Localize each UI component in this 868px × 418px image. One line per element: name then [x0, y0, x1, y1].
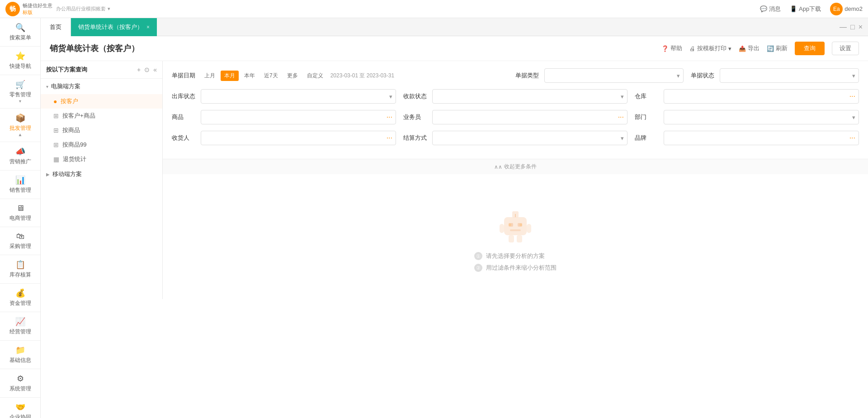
msg-button[interactable]: 💬 消息 [760, 5, 781, 13]
coop-icon: 🤝 [15, 402, 25, 412]
product-input[interactable] [201, 110, 396, 124]
sidebar-item-ecommerce[interactable]: 🖥 电商管理 [0, 199, 40, 227]
salesperson-input[interactable] [432, 110, 627, 124]
tab-active[interactable]: 销货单统计表（按客户） × [71, 18, 157, 36]
warehouse-dots-icon[interactable]: ··· [849, 92, 855, 100]
scheme-collapse-icon[interactable]: « [153, 66, 157, 73]
tab-home[interactable]: 首页 [41, 18, 71, 36]
sidebar-item-basic-info[interactable]: 📁 基础信息 [0, 341, 40, 369]
sidebar-item-sales-mgmt[interactable]: 📊 销售管理 [0, 171, 40, 199]
basic-info-icon: 📁 [15, 345, 25, 355]
sidebar-item-marketing[interactable]: 📣 营销推广 [0, 142, 40, 171]
user-profile[interactable]: Ea demo2 [830, 3, 863, 15]
dept-select[interactable] [664, 110, 859, 124]
sidebar-item-retail-mgmt[interactable]: 🛒 零售管理 ▾ [0, 75, 40, 109]
sidebar-item-inventory[interactable]: 📋 库存核算 [0, 255, 40, 284]
doc-status-select[interactable] [720, 68, 859, 83]
sidebar-item-finance[interactable]: 💰 资金管理 [0, 284, 40, 312]
brand-input[interactable] [664, 131, 859, 145]
settings-button[interactable]: 设置 [832, 42, 859, 55]
salesperson-dots-icon[interactable]: ··· [618, 113, 624, 121]
scheme-item-by-customer-product[interactable]: ⊞ 按客户+商品 [41, 109, 162, 123]
sidebar-item-wholesale-mgmt[interactable]: 📦 批发管理 ▲ [0, 109, 40, 142]
doc-type-select[interactable] [544, 68, 684, 83]
industry-selector[interactable]: 办公用品行业模拟账套 ▾ [56, 5, 110, 12]
scheme-item-refund-stats[interactable]: ▦ 退货统计 [41, 152, 162, 166]
date-tab-this-year[interactable]: 本年 [241, 71, 259, 81]
date-tab-more[interactable]: 更多 [283, 71, 302, 81]
help-button[interactable]: ❓ 帮助 [661, 44, 682, 52]
product-dots-icon[interactable]: ··· [387, 113, 392, 121]
filter-box-doc-status: ▾ [720, 68, 859, 83]
sidebar-label-sales-mgmt: 销售管理 [9, 186, 31, 194]
sidebar-label-marketing: 营销推广 [9, 158, 31, 166]
content-area: 首页 销货单统计表（按客户） × — □ × 销货单统计表（按客户） ❓ [41, 18, 868, 418]
filter-right-panel: 单据日期 上月 本月 本年 近7天 更多 自定义 [163, 61, 868, 299]
scheme-edit-icon[interactable]: ⊙ [144, 66, 150, 73]
inventory-icon: 📋 [15, 260, 25, 270]
scheme-group-pc-header[interactable]: ▾ 电脑端方案 [41, 79, 162, 94]
refresh-button[interactable]: 🔄 刷新 [767, 44, 788, 52]
scheme-item-by-product-99[interactable]: ⊞ 按商品99 [41, 138, 162, 152]
app-download-button[interactable]: 📱 App下载 [790, 5, 821, 13]
filter-box-salesperson: ··· [432, 110, 627, 124]
tab-close-icon[interactable]: × [146, 24, 150, 30]
logo-text-line1: 畅捷信好生意 [23, 2, 52, 9]
tip-num-1: ① [474, 252, 482, 260]
date-tab-last-month[interactable]: 上月 [201, 71, 219, 81]
date-tab-custom[interactable]: 自定义 [303, 71, 327, 81]
sidebar-label-sys-mgmt: 系统管理 [9, 385, 31, 393]
date-tab-this-month[interactable]: 本月 [221, 71, 239, 81]
scheme-add-icon[interactable]: + [137, 66, 141, 73]
sidebar-item-ops[interactable]: 📈 经营管理 [0, 312, 40, 341]
scheme-group-mobile-header[interactable]: ▶ 移动端方案 [41, 166, 162, 182]
svg-rect-3 [510, 229, 521, 231]
export-label: 导出 [748, 44, 760, 52]
sidebar-label-search-menu: 搜索菜单 [9, 34, 31, 42]
sidebar-item-enterprise-coop[interactable]: 🤝 企业协同 [0, 398, 40, 418]
sidebar-label-finance: 资金管理 [9, 299, 31, 307]
topbar-left: 畅 畅捷信好生意 标版 办公用品行业模拟账套 ▾ [5, 2, 110, 16]
page-content: 销货单统计表（按客户） ❓ 帮助 🖨 按模板打印 ▾ 📤 导出 [41, 36, 868, 418]
receiver-dots-icon[interactable]: ··· [387, 134, 392, 142]
receiver-input[interactable] [201, 131, 396, 145]
print-button[interactable]: 🖨 按模板打印 ▾ [689, 44, 731, 52]
out-status-select[interactable] [201, 89, 396, 104]
date-tab-7days[interactable]: 近7天 [260, 71, 282, 81]
filter-box-brand: ··· [664, 131, 859, 145]
close-window-icon[interactable]: × [859, 23, 863, 31]
filter-panel: 单据日期 上月 本月 本年 近7天 更多 自定义 [163, 61, 868, 159]
scheme-header-title: 按以下方案查询 [46, 66, 87, 74]
sidebar-item-purchase[interactable]: 🛍 采购管理 [0, 227, 40, 255]
query-button[interactable]: 查询 [795, 42, 825, 55]
empty-tip-2: ② 用过滤条件来缩小分析范围 [474, 264, 557, 272]
warehouse-input[interactable] [664, 89, 859, 104]
collapse-bar[interactable]: ∧∧ 收起更多条件 [163, 159, 868, 174]
sidebar-item-search-menu[interactable]: 🔍 搜索菜单 [0, 18, 40, 47]
scheme-item-by-product[interactable]: ⊞ 按商品 [41, 123, 162, 138]
topbar: 畅 畅捷信好生意 标版 办公用品行业模拟账套 ▾ 💬 消息 📱 App下载 Ea… [0, 0, 868, 18]
topbar-right: 💬 消息 📱 App下载 Ea demo2 [760, 3, 863, 15]
filter-box-warehouse: ··· [664, 89, 859, 104]
maximize-icon[interactable]: □ [850, 23, 855, 31]
sidebar-item-sys-mgmt[interactable]: ⚙ 系统管理 [0, 369, 40, 398]
collect-status-select[interactable] [432, 89, 627, 104]
sidebar-label-quick-nav: 快捷导航 [9, 62, 31, 70]
scheme-item-active-icon: ● [53, 98, 57, 105]
main-layout: 🔍 搜索菜单 ⭐ 快捷导航 🛒 零售管理 ▾ 📦 批发管理 ▲ 📣 营销推广 📊… [0, 18, 868, 418]
date-range: 2023-03-01 至 2023-03-31 [330, 72, 394, 80]
filter-box-settle: ▾ [432, 131, 627, 145]
collect-status-label: 收款状态 [403, 92, 429, 100]
scheme-group-mobile-label: 移动端方案 [52, 170, 82, 178]
brand-dots-icon[interactable]: ··· [849, 134, 855, 142]
export-button[interactable]: 📤 导出 [739, 44, 760, 52]
filter-cell-dept: 部门 ▾ [635, 110, 859, 124]
empty-tips: ① 请先选择要分析的方案 ② 用过滤条件来缩小分析范围 [474, 252, 557, 272]
filter-box-dept: ▾ [664, 110, 859, 124]
sidebar-item-quick-nav[interactable]: ⭐ 快捷导航 [0, 47, 40, 75]
settle-select[interactable] [432, 131, 627, 145]
logo-area: 畅 畅捷信好生意 标版 [5, 2, 52, 16]
retail-icon: 🛒 [15, 80, 25, 90]
minimize-icon[interactable]: — [840, 23, 847, 31]
scheme-item-by-customer[interactable]: ● 按客户 [41, 94, 162, 109]
